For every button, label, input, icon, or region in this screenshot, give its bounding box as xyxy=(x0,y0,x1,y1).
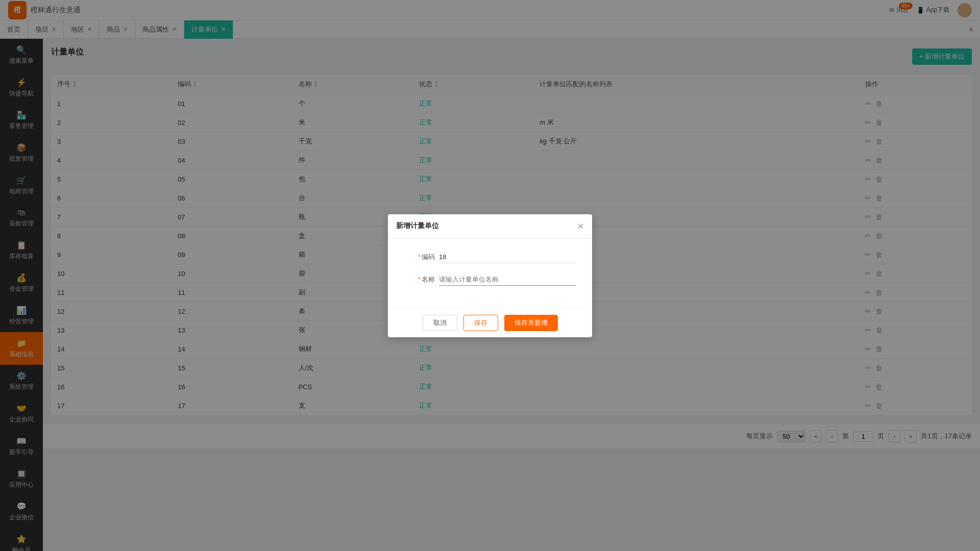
code-input[interactable] xyxy=(439,251,576,263)
modal-overlay[interactable]: 新增计量单位 ✕ *编码 *名称 取消 保存 保存并新增 xyxy=(0,0,980,551)
modal-header: 新增计量单位 ✕ xyxy=(388,214,592,239)
save-new-button[interactable]: 保存并新增 xyxy=(504,315,558,331)
code-label: *编码 xyxy=(404,253,435,262)
cancel-button[interactable]: 取消 xyxy=(423,315,457,331)
add-unit-modal: 新增计量单位 ✕ *编码 *名称 取消 保存 保存并新增 xyxy=(388,214,592,337)
modal-footer: 取消 保存 保存并新增 xyxy=(388,308,592,337)
save-button[interactable]: 保存 xyxy=(463,315,498,331)
name-input[interactable] xyxy=(439,273,576,286)
code-field-row: *编码 xyxy=(404,251,576,263)
modal-close-button[interactable]: ✕ xyxy=(577,221,584,231)
modal-body: *编码 *名称 xyxy=(388,239,592,308)
name-field-row: *名称 xyxy=(404,273,576,286)
modal-title: 新增计量单位 xyxy=(396,221,439,231)
name-label: *名称 xyxy=(404,275,435,284)
